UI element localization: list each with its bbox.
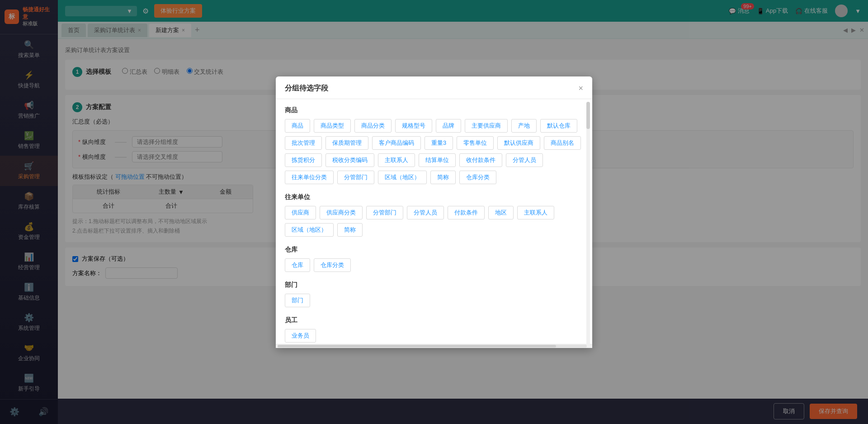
modal-scrollbar-thumb[interactable]	[586, 102, 590, 129]
field-tags-1: 供应商供应商分类分管部门分管人员付款条件地区主联系人区域（地区）简称	[285, 206, 583, 237]
modal-header: 分组待选字段 ×	[276, 76, 592, 99]
field-tag-0-13[interactable]: 默认供应商	[497, 136, 540, 150]
field-tag-0-16[interactable]: 税收分类编码	[326, 153, 374, 167]
field-tag-0-8[interactable]: 批次管理	[285, 136, 322, 150]
field-tags-2: 仓库仓库分类	[285, 258, 583, 272]
field-group-2: 仓库仓库仓库分类	[285, 246, 583, 272]
field-tag-1-0[interactable]: 供应商	[285, 206, 316, 219]
field-tag-0-0[interactable]: 商品	[285, 119, 310, 133]
field-tag-1-4[interactable]: 付款条件	[448, 206, 485, 219]
field-tag-0-2[interactable]: 商品分类	[354, 119, 392, 133]
field-tag-2-1[interactable]: 仓库分类	[314, 258, 351, 272]
field-group-title-2: 仓库	[285, 246, 583, 254]
field-tag-0-17[interactable]: 主联系人	[378, 153, 415, 167]
field-tag-1-3[interactable]: 分管人员	[407, 206, 444, 219]
field-group-0: 商品商品商品类型商品分类规格型号品牌主要供应商产地默认仓库批次管理保质期管理客户…	[285, 106, 583, 184]
field-tag-4-0[interactable]: 业务员	[285, 329, 316, 343]
field-tag-0-14[interactable]: 商品别名	[544, 136, 581, 150]
field-tag-1-6[interactable]: 主联系人	[517, 206, 554, 219]
field-group-title-1: 往来单位	[285, 193, 583, 201]
field-tag-0-12[interactable]: 零售单位	[457, 136, 494, 150]
field-tag-0-23[interactable]: 区域（地区）	[378, 171, 427, 184]
modal-title: 分组待选字段	[285, 84, 328, 93]
field-tag-0-21[interactable]: 往来单位分类	[285, 171, 334, 184]
field-tag-0-20[interactable]: 分管人员	[506, 153, 543, 167]
modal-body: 商品商品商品类型商品分类规格型号品牌主要供应商产地默认仓库批次管理保质期管理客户…	[276, 99, 592, 344]
field-tags-0: 商品商品类型商品分类规格型号品牌主要供应商产地默认仓库批次管理保质期管理客户商品…	[285, 119, 583, 184]
field-group-1: 往来单位供应商供应商分类分管部门分管人员付款条件地区主联系人区域（地区）简称	[285, 193, 583, 237]
field-group-4: 员工业务员	[285, 316, 583, 343]
modal-dialog: 分组待选字段 × 商品商品商品类型商品分类规格型号品牌主要供应商产地默认仓库批次…	[276, 76, 592, 348]
field-group-title-0: 商品	[285, 106, 583, 114]
field-tag-0-3[interactable]: 规格型号	[395, 119, 432, 133]
field-tag-1-7[interactable]: 区域（地区）	[285, 223, 334, 237]
field-tag-1-8[interactable]: 简称	[337, 223, 363, 237]
hscroll-track	[278, 345, 587, 348]
field-tag-0-24[interactable]: 简称	[430, 171, 456, 184]
field-tags-3: 部门	[285, 294, 583, 307]
field-tag-0-5[interactable]: 主要供应商	[465, 119, 508, 133]
field-tag-2-0[interactable]: 仓库	[285, 258, 310, 272]
field-tags-4: 业务员	[285, 329, 583, 343]
field-tag-3-0[interactable]: 部门	[285, 294, 310, 307]
field-group-3: 部门部门	[285, 281, 583, 307]
field-tag-0-9[interactable]: 保质期管理	[326, 136, 368, 150]
field-tag-0-10[interactable]: 客户商品编码	[372, 136, 421, 150]
field-tag-0-11[interactable]: 重量3	[425, 136, 453, 150]
field-group-title-4: 员工	[285, 316, 583, 324]
field-tag-1-1[interactable]: 供应商分类	[320, 206, 363, 219]
field-tag-1-5[interactable]: 地区	[488, 206, 514, 219]
field-tag-0-19[interactable]: 收付款条件	[459, 153, 502, 167]
field-tag-0-25[interactable]: 仓库分类	[459, 171, 496, 184]
field-tag-0-15[interactable]: 拣货积分	[285, 153, 322, 167]
field-tag-0-18[interactable]: 结算单位	[419, 153, 456, 167]
field-tag-1-2[interactable]: 分管部门	[366, 206, 403, 219]
field-tag-0-4[interactable]: 品牌	[436, 119, 461, 133]
field-tag-0-22[interactable]: 分管部门	[337, 171, 374, 184]
field-tag-0-1[interactable]: 商品类型	[314, 119, 351, 133]
field-group-title-3: 部门	[285, 281, 583, 289]
modal-overlay: 分组待选字段 × 商品商品商品类型商品分类规格型号品牌主要供应商产地默认仓库批次…	[0, 0, 868, 424]
hscroll-thumb[interactable]	[278, 345, 556, 348]
field-tag-0-6[interactable]: 产地	[511, 119, 537, 133]
field-tag-0-7[interactable]: 默认仓库	[540, 119, 577, 133]
modal-hscrollbar	[276, 344, 592, 348]
modal-scrollbar-track	[586, 102, 590, 346]
modal-close-button[interactable]: ×	[578, 84, 583, 93]
